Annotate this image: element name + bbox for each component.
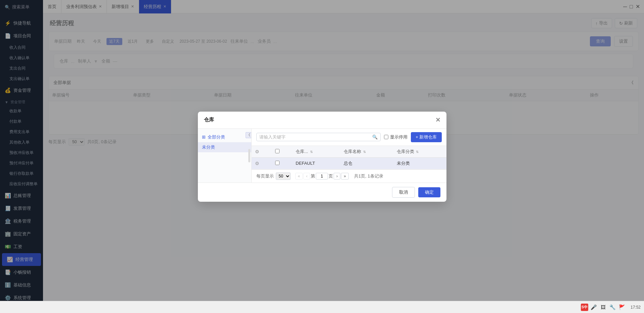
col-warehouse-category: 仓库分类 ⇅ xyxy=(393,146,446,158)
dialog-table-scroll[interactable]: ⚙ 仓库... ⇅ 仓库名称 xyxy=(252,146,446,169)
page-input[interactable] xyxy=(316,173,328,180)
row-code: DEFAULT xyxy=(292,157,340,169)
show-disabled-label[interactable]: 显示停用 xyxy=(384,134,407,140)
page-prefix: 第 xyxy=(311,173,315,179)
taskbar-time: 17:52 xyxy=(631,305,641,310)
col-checkbox xyxy=(272,146,292,158)
systray-icon-tool[interactable]: 🔧 xyxy=(609,304,616,311)
systray-icon-flag[interactable]: 🚩 xyxy=(618,304,626,311)
dialog-pagination: 每页显示 50 « ‹ 第 页 › » 共1页, 1条记录 xyxy=(252,169,446,183)
systray-icon-s[interactable]: S中 xyxy=(581,304,588,311)
gear-icon[interactable]: ⚙ xyxy=(255,149,259,154)
tree-panel: ⊞ 全部分类 《 未分类 xyxy=(198,129,252,183)
table-row[interactable]: ⚙ DEFAULT 总仓 xyxy=(252,157,446,169)
prev-page-btn[interactable]: ‹ xyxy=(303,173,310,180)
col-warehouse-name: 仓库名称 ⇅ xyxy=(340,146,393,158)
page-suffix: 页 xyxy=(329,173,333,179)
row-category: 未分类 xyxy=(393,157,446,169)
col-warehouse-code: 仓库... ⇅ xyxy=(292,146,340,158)
dialog-header: 仓库 ✕ xyxy=(198,112,446,129)
row-name: 总仓 xyxy=(340,157,393,169)
dialog-body: ⊞ 全部分类 《 未分类 🔍 xyxy=(198,129,446,183)
row-select-checkbox[interactable] xyxy=(275,161,280,165)
cancel-button[interactable]: 取消 xyxy=(392,187,415,198)
pagination-nav: « ‹ 第 页 › » xyxy=(295,173,349,180)
systray-icon-image[interactable]: 🖼 xyxy=(600,304,607,311)
warehouse-dialog: 仓库 ✕ ⊞ 全部分类 《 未分类 xyxy=(198,112,446,202)
row-checkbox xyxy=(272,157,292,169)
tree-scrollbar[interactable] xyxy=(248,129,251,183)
systray-icon-mic[interactable]: 🎤 xyxy=(590,304,598,311)
dialog-footer: 取消 确定 xyxy=(198,183,446,202)
next-page-btn[interactable]: › xyxy=(334,173,340,180)
dialog-title: 仓库 xyxy=(204,117,214,123)
tree-item-uncategorized[interactable]: 未分类 xyxy=(198,142,251,152)
taskbar: S中 🎤 🖼 🔧 🚩 17:52 xyxy=(0,301,644,313)
tree-all-label[interactable]: ⊞ 全部分类 《 xyxy=(198,132,251,142)
add-warehouse-button[interactable]: + 新增仓库 xyxy=(411,132,441,142)
page-info: 共1页, 1条记录 xyxy=(354,173,383,179)
systray: S中 🎤 🖼 🔧 🚩 xyxy=(581,304,626,311)
tree-grid-icon: ⊞ xyxy=(202,134,206,140)
table-panel: 🔍 显示停用 + 新增仓库 xyxy=(252,129,446,183)
row-gear: ⚙ xyxy=(252,157,272,169)
search-wrap: 🔍 xyxy=(256,133,381,141)
row-gear-icon[interactable]: ⚙ xyxy=(255,161,259,166)
per-page-select[interactable]: 50 xyxy=(276,172,291,180)
search-icon: 🔍 xyxy=(372,134,378,140)
dialog-close-button[interactable]: ✕ xyxy=(435,116,440,124)
show-disabled-checkbox[interactable] xyxy=(384,135,388,139)
modal-overlay: 仓库 ✕ ⊞ 全部分类 《 未分类 xyxy=(0,0,644,313)
search-input[interactable] xyxy=(259,134,373,140)
select-all-checkbox[interactable] xyxy=(275,149,280,153)
col-gear: ⚙ xyxy=(252,146,272,158)
confirm-button[interactable]: 确定 xyxy=(418,187,440,197)
dialog-table: ⚙ 仓库... ⇅ 仓库名称 xyxy=(252,146,446,169)
first-page-btn[interactable]: « xyxy=(295,173,303,180)
last-page-btn[interactable]: » xyxy=(341,173,349,180)
dialog-table-toolbar: 🔍 显示停用 + 新增仓库 xyxy=(252,129,446,146)
